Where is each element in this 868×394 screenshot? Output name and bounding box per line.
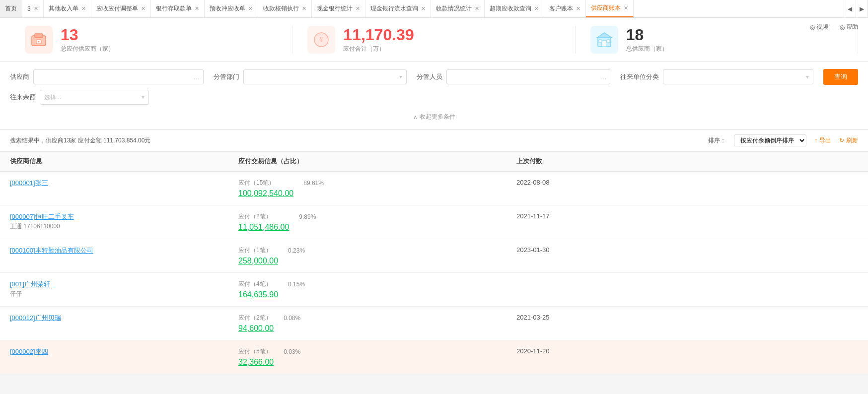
transaction-percent-2: 0.23% [288, 247, 305, 254]
nav-tab-ar-ap[interactable]: 应收应付调整单 ✕ [91, 0, 151, 17]
export-button[interactable]: ↑ 导出 [814, 136, 831, 145]
nav-left-arrow[interactable]: ◀ [844, 0, 856, 18]
supplier-col-1: [000007]恒旺二手叉车 王通 17106110000 [10, 212, 238, 231]
transaction-percent-5: 0.03% [284, 348, 300, 355]
supplier-link-0[interactable]: [000001]张三 [10, 179, 238, 188]
table-row[interactable]: [000002]李四 应付（5笔） 32,366.00 0.03% 2020-1… [0, 340, 868, 374]
refresh-label: 刷新 [846, 136, 858, 145]
svg-rect-9 [599, 40, 602, 43]
transaction-amount-2[interactable]: 258,000.00 [238, 257, 278, 265]
svg-rect-1 [35, 34, 43, 38]
transaction-info-5: 应付（5笔） 32,366.00 0.03% [238, 347, 516, 367]
nav-tab-bank-close[interactable]: ✕ [195, 5, 199, 12]
filter-dept: 分管部门 ▾ [214, 69, 407, 84]
last-pay-col-0: 2022-08-08 [516, 179, 858, 186]
nav-tab-prepay[interactable]: 预收冲应收单 ✕ [205, 0, 258, 17]
nav-tab-bank[interactable]: 银行存取款单 ✕ [151, 0, 205, 17]
transaction-col-3: 应付（4笔） 164,635.90 0.15% [238, 280, 516, 299]
supplier-link-4[interactable]: [000012]广州贝瑞 [10, 314, 238, 323]
shops-label: 总供应商（家） [626, 45, 668, 53]
table-row[interactable]: [001]广州荣轩 仔仔 应付（4笔） 164,635.90 0.15% [0, 273, 868, 307]
supplier-dots-icon[interactable]: ... [193, 72, 200, 81]
nav-tab-supplier-close[interactable]: ✕ [624, 5, 628, 11]
help-icon: ◎ [840, 24, 845, 31]
filter-row-1: 供应商 ... 分管部门 ▾ 分管人员 ... 往来单位分类 ▾ [10, 69, 858, 85]
transaction-amount-0[interactable]: 100,092,540.00 [238, 189, 293, 198]
transaction-amount-3[interactable]: 164,635.90 [238, 290, 278, 299]
transaction-detail-1: 应付（2笔） 11,051,486.00 [238, 212, 289, 232]
nav-tab-customer[interactable]: 客户账本 ✕ [544, 0, 586, 17]
result-text: 搜索结果中，供应商13家 应付金额 111,703,854.00元 [10, 136, 150, 145]
supplier-input-wrapper[interactable]: ... [33, 69, 204, 84]
help-link[interactable]: ◎ 帮助 [840, 23, 858, 31]
nav-tab-3[interactable]: 3 ✕ [22, 0, 44, 17]
nav-tab-cash-stat[interactable]: 现金银行统计 ✕ [312, 0, 365, 17]
table-row[interactable]: [000007]恒旺二手叉车 王通 17106110000 应付（2笔） 11,… [0, 205, 868, 239]
category-dropdown[interactable]: ▾ [663, 69, 814, 84]
summary-info-payable: 13 总应付供应商（家） [61, 27, 114, 53]
nav-tab-overdue[interactable]: 超期应收款查询 ✕ [485, 0, 544, 17]
result-actions: 排序： 按应付余额倒序排序 ↑ 导出 ↻ 刷新 [708, 134, 858, 146]
search-button[interactable]: 查询 [823, 69, 858, 85]
nav-tab-overdue-label: 超期应收款查询 [490, 4, 531, 13]
nav-tab-overdue-close[interactable]: ✕ [534, 5, 539, 12]
supplier-link-2[interactable]: [000100]本特勤油品有限公司 [10, 246, 238, 255]
transaction-detail-4: 应付（2笔） 94,600.00 [238, 314, 274, 333]
dept-dropdown[interactable]: ▾ [243, 69, 407, 84]
refresh-button[interactable]: ↻ 刷新 [839, 136, 858, 145]
transaction-detail-0: 应付（15笔） 100,092,540.00 [238, 179, 293, 198]
supplier-link-5[interactable]: [000002]李四 [10, 347, 238, 356]
collapse-button[interactable]: ∧ 收起更多条件 [10, 110, 858, 124]
table-row[interactable]: [000012]广州贝瑞 应付（2笔） 94,600.00 0.08% 2021… [0, 307, 868, 340]
person-input-wrapper[interactable]: ... [446, 69, 610, 84]
table-row[interactable]: [000001]张三 应付（15笔） 100,092,540.00 89.61%… [0, 172, 868, 205]
nav-tab-receipt-stat-close[interactable]: ✕ [475, 5, 479, 12]
transaction-amount-1[interactable]: 11,051,486.00 [238, 223, 289, 232]
nav-tab-other-income-close[interactable]: ✕ [81, 5, 86, 12]
col-header-last-pay: 上次付数 [516, 157, 858, 166]
supplier-link-3[interactable]: [001]广州荣轩 [10, 280, 238, 289]
nav-tab-other-income[interactable]: 其他收入单 ✕ [44, 0, 91, 17]
collapse-icon: ∧ [413, 114, 418, 121]
transaction-info-0: 应付（15笔） 100,092,540.00 89.61% [238, 179, 516, 198]
nav-tab-cash-flow-close[interactable]: ✕ [421, 5, 426, 12]
transaction-amount-4[interactable]: 94,600.00 [238, 324, 274, 333]
transaction-info-3: 应付（4笔） 164,635.90 0.15% [238, 280, 516, 299]
nav-tab-customer-close[interactable]: ✕ [576, 5, 580, 12]
sort-label: 排序： [708, 136, 726, 145]
nav-tab-cash-stat-close[interactable]: ✕ [356, 5, 360, 12]
nav-tab-3-label: 3 [27, 5, 31, 12]
nav-tab-home[interactable]: 首页 [0, 0, 22, 17]
video-link[interactable]: ◎ 视频 [810, 23, 828, 31]
supplier-col-0: [000001]张三 [10, 179, 238, 189]
supplier-col-2: [000100]本特勤油品有限公司 [10, 246, 238, 256]
nav-tab-3-close[interactable]: ✕ [34, 5, 38, 12]
nav-tab-supplier[interactable]: 供应商账本 ✕ [586, 0, 634, 17]
person-input[interactable] [450, 73, 600, 80]
refresh-icon: ↻ [839, 137, 844, 144]
balance-dropdown[interactable]: 选择... ▾ [40, 90, 149, 105]
transaction-percent-0: 89.61% [303, 180, 324, 187]
summary-card-payable: 13 总应付供应商（家） [10, 26, 292, 54]
balance-placeholder: 选择... [44, 93, 61, 102]
supplier-input[interactable] [37, 73, 193, 80]
nav-tab-receipt-stat[interactable]: 收款情况统计 ✕ [431, 0, 485, 17]
nav-tab-ar-ap-close[interactable]: ✕ [141, 5, 145, 12]
supplier-link-1[interactable]: [000007]恒旺二手叉车 [10, 212, 238, 221]
nav-tab-cash-flow-label: 现金银行流水查询 [370, 4, 418, 13]
nav-right-arrow[interactable]: ▶ [856, 0, 868, 18]
nav-tab-collection[interactable]: 收款核销执行 ✕ [258, 0, 312, 17]
transaction-amount-5[interactable]: 32,366.00 [238, 358, 274, 367]
summary-card-total: ¥ 11,170.39 应付合计（万） [292, 26, 575, 54]
table-row[interactable]: [000100]本特勤油品有限公司 应付（1笔） 258,000.00 0.23… [0, 239, 868, 273]
nav-tab-other-income-label: 其他收入单 [49, 4, 78, 13]
last-pay-date-0: 2022-08-08 [516, 178, 550, 186]
sort-select[interactable]: 按应付余额倒序排序 [734, 134, 806, 146]
person-dots-icon[interactable]: ... [600, 72, 606, 81]
nav-tab-collection-label: 收款核销执行 [263, 4, 299, 13]
supplier-col-5: [000002]李四 [10, 347, 238, 357]
nav-tab-prepay-close[interactable]: ✕ [248, 5, 253, 12]
nav-tab-cash-flow[interactable]: 现金银行流水查询 ✕ [365, 0, 431, 17]
transaction-info-2: 应付（1笔） 258,000.00 0.23% [238, 246, 516, 265]
nav-tab-collection-close[interactable]: ✕ [302, 5, 306, 12]
